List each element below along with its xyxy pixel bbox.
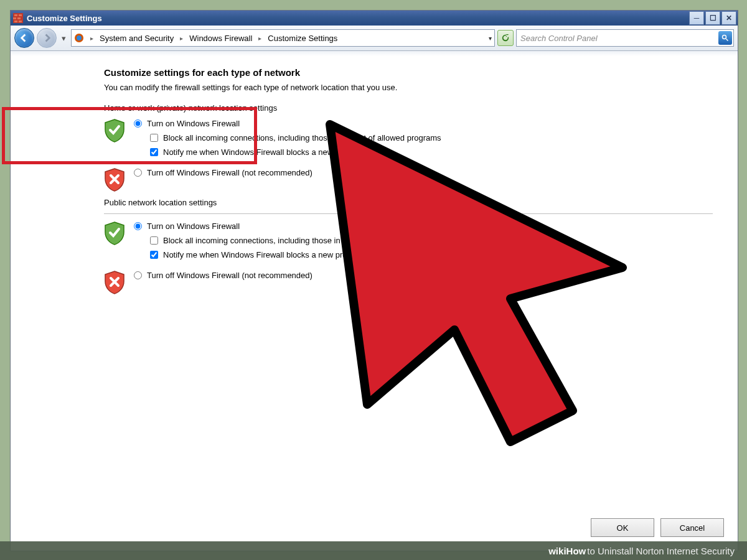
private-turn-on-radio[interactable] [134, 119, 142, 128]
public-turn-off-radio[interactable] [134, 271, 142, 279]
svg-rect-1 [14, 14, 17, 16]
chevron-right-icon: ▸ [258, 35, 261, 42]
svg-line-10 [726, 39, 728, 41]
address-dropdown-icon[interactable]: ▾ [489, 35, 492, 42]
header-shadow [11, 51, 738, 56]
public-turn-on-radio[interactable] [134, 222, 142, 230]
private-notify-checkbox[interactable] [150, 148, 158, 156]
public-notify-checkbox[interactable] [150, 251, 158, 259]
shield-on-icon [104, 222, 125, 245]
control-panel-icon [74, 33, 84, 43]
svg-point-9 [723, 35, 726, 39]
private-notify-label: Notify me when Windows Firewall blocks a… [163, 147, 365, 157]
private-turn-off-label: Turn off Windows Firewall (not recommend… [147, 168, 312, 177]
public-section-title: Public network location settings [104, 198, 713, 207]
public-notify-label: Notify me when Windows Firewall blocks a… [163, 250, 365, 259]
wikihow-text: to Uninstall Norton Internet Security [587, 546, 735, 556]
wikihow-brand: wikiHow [548, 546, 586, 556]
chevron-right-icon: ▸ [90, 35, 93, 42]
close-button[interactable]: ✕ [721, 11, 736, 25]
cancel-button[interactable]: Cancel [660, 518, 724, 537]
public-block-all-label: Block all incoming connections, includin… [163, 236, 366, 245]
ok-button[interactable]: OK [591, 518, 654, 537]
chevron-right-icon: ▸ [180, 35, 183, 42]
page-heading: Customize settings for each type of netw… [104, 67, 713, 78]
svg-rect-3 [13, 17, 16, 19]
search-placeholder: Search Control Panel [520, 34, 718, 43]
svg-rect-6 [19, 21, 22, 22]
shield-off-icon [104, 168, 125, 192]
public-turn-off-label: Turn off Windows Firewall (not recommend… [147, 271, 312, 280]
page-intro: You can modify the firewall settings for… [104, 83, 713, 92]
shield-on-icon [104, 119, 125, 142]
svg-rect-2 [19, 14, 22, 16]
search-icon[interactable] [718, 31, 732, 45]
breadcrumb-item[interactable]: Customize Settings [268, 34, 337, 43]
search-input[interactable]: Search Control Panel [516, 29, 734, 47]
window-title: Customize Settings [27, 14, 688, 23]
minimize-button[interactable]: ─ [689, 11, 704, 25]
breadcrumb-item[interactable]: Windows Firewall [189, 34, 252, 43]
maximize-button[interactable]: ☐ [705, 11, 720, 25]
svg-point-8 [77, 35, 82, 40]
window-frame: Customize Settings ─ ☐ ✕ ▾ ▸ System and … [10, 10, 738, 551]
breadcrumb-item[interactable]: System and Security [100, 34, 174, 43]
private-block-all-label: Block all incoming connections, includin… [163, 133, 441, 142]
forward-button[interactable] [37, 28, 57, 48]
private-turn-off-radio[interactable] [134, 169, 142, 177]
wikihow-banner: wikiHow to Uninstall Norton Internet Sec… [0, 541, 747, 560]
public-block-all-checkbox[interactable] [150, 236, 158, 245]
navigation-bar: ▾ ▸ System and Security ▸ Windows Firewa… [11, 26, 738, 51]
public-turn-on-label: Turn on Windows Firewall [147, 222, 240, 231]
svg-rect-4 [17, 17, 21, 19]
private-block-all-checkbox[interactable] [150, 134, 158, 142]
title-bar: Customize Settings ─ ☐ ✕ [11, 11, 738, 26]
dialog-buttons: OK Cancel [591, 518, 724, 537]
public-section-divider [104, 213, 713, 214]
address-bar[interactable]: ▸ System and Security ▸ Windows Firewall… [71, 29, 495, 47]
back-button[interactable] [14, 28, 34, 48]
refresh-button[interactable] [497, 30, 514, 46]
private-section-title: Home or work (private) network location … [104, 103, 713, 113]
firewall-icon [13, 13, 23, 23]
private-turn-on-label: Turn on Windows Firewall [147, 119, 240, 128]
svg-rect-5 [14, 21, 17, 22]
history-dropdown[interactable]: ▾ [59, 34, 68, 43]
content-area: Customize settings for each type of netw… [11, 56, 738, 294]
shield-off-icon [104, 271, 125, 294]
